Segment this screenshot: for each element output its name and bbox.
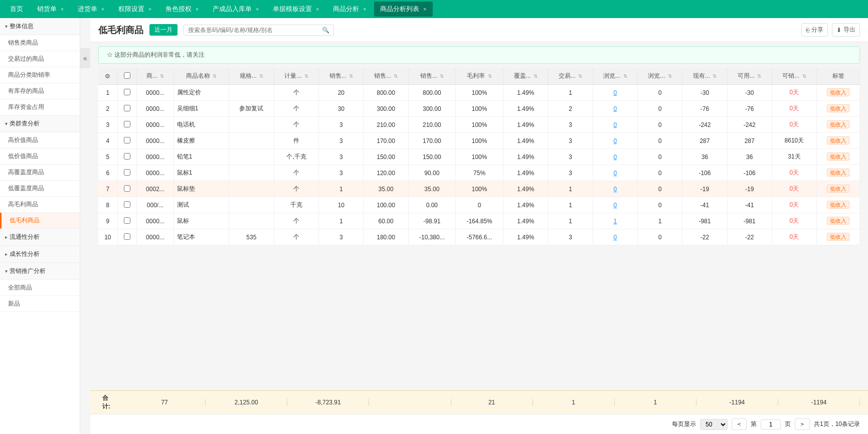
th-sales1[interactable]: 销售... ⇅ (319, 68, 364, 85)
th-browse2[interactable]: 浏览... ⇅ (638, 68, 682, 85)
sidebar-group-growth[interactable]: ▸ 成长性分析 (0, 246, 80, 263)
browse-link[interactable]: 0 (614, 202, 617, 209)
row-checkbox[interactable] (117, 229, 136, 245)
row-checkbox[interactable] (117, 213, 136, 229)
browse-link[interactable]: 1 (614, 218, 617, 225)
sidebar-item-sales-products[interactable]: 销售类商品 (0, 35, 80, 51)
nav-sales-close[interactable]: × (61, 6, 64, 12)
nav-purchase-close[interactable]: × (101, 6, 104, 12)
row-s1: 20 (319, 85, 364, 101)
nav-purchase[interactable]: 进货单 × (72, 2, 110, 17)
sidebar-item-new-products[interactable]: 新品 (0, 296, 80, 312)
th-tag[interactable]: 标签 (817, 68, 860, 85)
per-page-select[interactable]: 50 20 100 (700, 419, 728, 430)
export-btn[interactable]: ⬇ 导出 (832, 23, 860, 37)
th-margin[interactable]: 毛利率 ⇅ (455, 68, 503, 85)
browse-link[interactable]: 0 (614, 121, 617, 128)
row-checkbox[interactable] (117, 117, 136, 133)
sidebar-item-capital[interactable]: 库存资金占用 (0, 99, 80, 115)
th-sales2[interactable]: 销售... ⇅ (364, 68, 408, 85)
nav-template-close[interactable]: × (316, 6, 319, 12)
th-sellable[interactable]: 可销... ⇅ (772, 68, 816, 85)
th-unit[interactable]: 计量... ⇅ (274, 68, 318, 85)
nav-permission-close[interactable]: × (148, 6, 151, 12)
sidebar-group-cluster[interactable]: ▾ 类群查分析 (0, 115, 80, 132)
browse-link[interactable]: 0 (614, 105, 617, 112)
prev-page-btn[interactable]: ＜ (732, 418, 747, 430)
row-checkbox[interactable] (117, 197, 136, 213)
th-transaction[interactable]: 交易... ⇅ (548, 68, 593, 85)
sidebar-item-high-margin[interactable]: 高毛利商品 (0, 197, 80, 213)
nav-role[interactable]: 角色授权 × (159, 2, 205, 17)
row-checkbox[interactable] (117, 133, 136, 149)
row-select-checkbox[interactable] (124, 217, 130, 224)
row-select-checkbox[interactable] (124, 121, 130, 127)
nav-template[interactable]: 单据模板设置 × (267, 2, 325, 17)
th-settings[interactable]: ⚙ (98, 68, 117, 85)
share-btn[interactable]: ⎗ 分享 (801, 23, 828, 37)
row-checkbox[interactable] (117, 165, 136, 181)
row-s2: 180.00 (364, 229, 408, 245)
sidebar-item-traded[interactable]: 交易过的商品 (0, 51, 80, 67)
sidebar-item-low-value[interactable]: 低价值商品 (0, 149, 80, 165)
nav-analysis[interactable]: 商品分析 × (327, 2, 372, 17)
row-select-checkbox[interactable] (124, 185, 130, 192)
th-browse1[interactable]: 浏览... ⇅ (593, 68, 637, 85)
sidebar-item-low-coverage[interactable]: 低覆盖度商品 (0, 181, 80, 197)
search-input[interactable] (188, 27, 322, 34)
sidebar-item-category-rate[interactable]: 商品分类助销率 (0, 67, 80, 83)
th-sales3[interactable]: 销售... ⇅ (408, 68, 455, 85)
row-select-checkbox[interactable] (124, 137, 130, 143)
row-checkbox[interactable] (117, 101, 136, 117)
expand-arrow-overall: ▾ (5, 24, 8, 29)
sidebar-group-overall[interactable]: ▾ 整体信息 (0, 18, 80, 35)
row-select-checkbox[interactable] (124, 169, 130, 176)
browse-link[interactable]: 0 (614, 154, 617, 161)
row-select-checkbox[interactable] (124, 153, 130, 160)
select-all-checkbox[interactable] (124, 72, 130, 79)
nav-analysis-list[interactable]: 商品分析列表 × (374, 2, 432, 17)
nav-home[interactable]: 首页 (4, 2, 29, 17)
row-select-checkbox[interactable] (124, 89, 130, 95)
sidebar-item-low-margin[interactable]: 低毛利商品 (0, 213, 80, 229)
browse-link[interactable]: 0 (614, 89, 617, 96)
sidebar-item-high-value[interactable]: 高价值商品 (0, 132, 80, 149)
th-coverage[interactable]: 覆盖... ⇅ (503, 68, 548, 85)
sidebar-item-all-products[interactable]: 全部商品 (0, 280, 80, 296)
table-row: 9 0000... 鼠标 个 1 60.00 -98.91 -164.85% 1… (98, 213, 860, 229)
th-checkbox[interactable] (117, 68, 136, 85)
row-checkbox[interactable] (117, 85, 136, 101)
page-number-input[interactable] (761, 419, 781, 429)
browse-link[interactable]: 0 (614, 234, 617, 241)
next-page-btn[interactable]: ＞ (795, 418, 810, 430)
th-available[interactable]: 可用... ⇅ (727, 68, 772, 85)
sidebar-group-circulation[interactable]: ▸ 流通性分析 (0, 229, 80, 246)
browse-link[interactable]: 0 (614, 137, 617, 144)
sidebar-item-high-coverage[interactable]: 高覆盖度商品 (0, 165, 80, 181)
th-spec[interactable]: 规格... ⇅ (229, 68, 274, 85)
th-current-stock[interactable]: 现有... ⇅ (682, 68, 727, 85)
row-s9: -76 (682, 101, 727, 117)
nav-permission[interactable]: 权限设置 × (112, 2, 157, 17)
row-checkbox[interactable] (117, 181, 136, 197)
sidebar-group-marketing[interactable]: ▾ 营销推广分析 (0, 263, 80, 280)
search-icon[interactable]: 🔍 (322, 27, 329, 34)
browse-link[interactable]: 0 (614, 186, 617, 193)
nav-product-in-close[interactable]: × (256, 6, 259, 12)
row-select-checkbox[interactable] (124, 201, 130, 208)
nav-sales[interactable]: 销货单 × (31, 2, 70, 17)
nav-product-in[interactable]: 产成品入库单 × (207, 2, 265, 17)
row-select-checkbox[interactable] (124, 105, 130, 111)
row-select-checkbox[interactable] (124, 233, 130, 240)
browse-link[interactable]: 0 (614, 170, 617, 177)
sidebar-collapse-btn[interactable]: « (80, 48, 90, 68)
row-s2: 35.00 (364, 181, 408, 197)
th-name[interactable]: 商品名称 ⇅ (173, 68, 229, 85)
nav-role-close[interactable]: × (196, 6, 199, 12)
th-code[interactable]: 商... ⇅ (137, 68, 174, 85)
filter-period-btn[interactable]: 近一月 (149, 24, 178, 36)
sidebar-item-in-stock[interactable]: 有库存的商品 (0, 83, 80, 99)
nav-analysis-list-close[interactable]: × (423, 6, 426, 12)
nav-analysis-close[interactable]: × (363, 6, 366, 12)
row-checkbox[interactable] (117, 149, 136, 165)
